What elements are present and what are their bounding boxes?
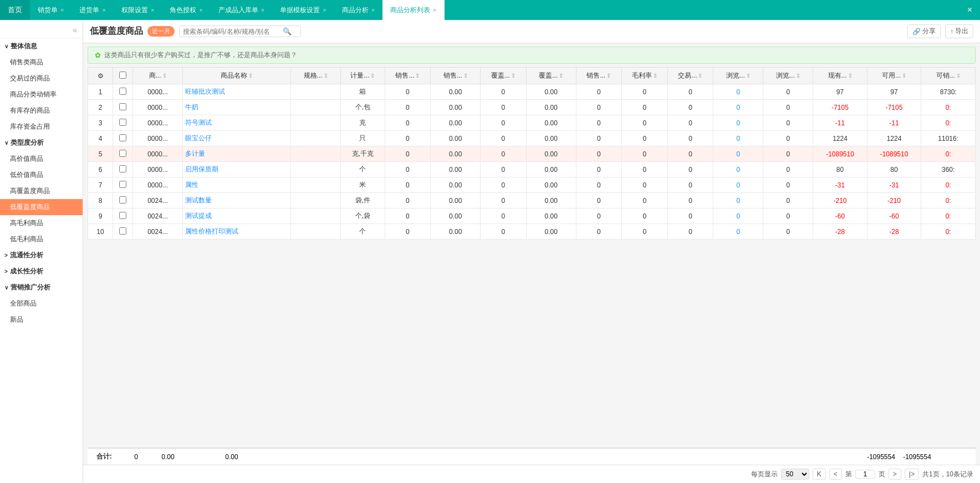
row-name[interactable]: 多计量 xyxy=(183,146,291,162)
sidebar-section-flow[interactable]: > 流通性分析 xyxy=(0,247,83,263)
row-avail: -60 xyxy=(867,209,921,224)
row-checkbox[interactable] xyxy=(113,84,133,100)
close-role-tab[interactable]: × xyxy=(199,7,202,13)
col-trade: 交易...⇕ xyxy=(667,68,713,84)
row-browse1[interactable]: 0 xyxy=(713,224,763,240)
row-name[interactable]: 眼宝公仔 xyxy=(183,131,291,146)
row-browse1[interactable]: 0 xyxy=(713,84,763,100)
sidebar-item-capital[interactable]: 库存资金占用 xyxy=(0,119,83,135)
sidebar-section-growth[interactable]: > 成长性分析 xyxy=(0,263,83,279)
close-product-analysis-list-tab[interactable]: × xyxy=(433,7,436,13)
row-checkbox[interactable] xyxy=(113,162,133,177)
row-browse1[interactable]: 0 xyxy=(713,193,763,209)
sidebar-section-overall[interactable]: ∨ 整体信息 xyxy=(0,38,83,54)
sidebar-item-has-stock[interactable]: 有库存的商品 xyxy=(0,103,83,119)
sidebar-item-all-products[interactable]: 全部商品 xyxy=(0,296,83,312)
sidebar-collapse-icon[interactable]: « xyxy=(70,24,79,35)
row-select-checkbox[interactable] xyxy=(119,150,126,157)
export-button[interactable]: ↑ 导出 xyxy=(945,24,973,38)
close-permission-tab[interactable]: × xyxy=(151,7,154,13)
row-checkbox[interactable] xyxy=(113,100,133,115)
col-settings[interactable]: ⚙ xyxy=(88,68,113,84)
nav-product-analysis-list[interactable]: 商品分析列表 × xyxy=(382,0,444,20)
row-browse1[interactable]: 0 xyxy=(713,209,763,224)
nav-purchase[interactable]: 进货单 × xyxy=(72,0,113,20)
row-name[interactable]: 测试提成 xyxy=(183,209,291,224)
row-select-checkbox[interactable] xyxy=(119,165,126,172)
sidebar-section-type[interactable]: ∨ 类型度分析 xyxy=(0,135,83,151)
sidebar-item-sales-products[interactable]: 销售类商品 xyxy=(0,54,83,70)
sidebar-item-high-profit[interactable]: 高毛利商品 xyxy=(0,215,83,231)
next-page-button[interactable]: > xyxy=(889,469,901,480)
row-browse1[interactable]: 0 xyxy=(713,146,763,162)
share-button[interactable]: 🔗 分享 xyxy=(907,24,941,38)
row-select-checkbox[interactable] xyxy=(119,103,126,110)
select-all-checkbox[interactable] xyxy=(119,72,126,79)
row-select-checkbox[interactable] xyxy=(119,181,126,188)
row-name[interactable]: 符号测试 xyxy=(183,115,291,131)
row-checkbox[interactable] xyxy=(113,177,133,193)
row-checkbox[interactable] xyxy=(113,224,133,240)
first-page-button[interactable]: K xyxy=(813,469,826,480)
search-input[interactable] xyxy=(183,28,283,35)
nav-role[interactable]: 角色授权 × xyxy=(162,0,210,20)
last-page-button[interactable]: |> xyxy=(905,469,919,480)
row-select-checkbox[interactable] xyxy=(119,196,126,204)
sort-icon-sellable: ⇕ xyxy=(956,73,961,79)
row-name[interactable]: 测试数量 xyxy=(183,193,291,209)
sidebar-item-high-coverage[interactable]: 高覆盖度商品 xyxy=(0,183,83,199)
page-title: 低覆盖度商品 xyxy=(90,26,143,37)
page-input[interactable] xyxy=(855,470,875,479)
sidebar-item-low-value[interactable]: 低价值商品 xyxy=(0,167,83,183)
row-code: 0000... xyxy=(133,115,183,131)
row-select-checkbox[interactable] xyxy=(119,227,126,235)
row-name[interactable]: 属性 xyxy=(183,177,291,193)
sidebar-item-low-profit[interactable]: 低毛利商品 xyxy=(0,231,83,247)
row-checkbox[interactable] xyxy=(113,131,133,146)
row-checkbox[interactable] xyxy=(113,146,133,162)
row-name[interactable]: 牛奶 xyxy=(183,100,291,115)
nav-permission[interactable]: 权限设置 × xyxy=(114,0,162,20)
row-browse1[interactable]: 0 xyxy=(713,115,763,131)
row-trade: 0 xyxy=(667,162,713,177)
close-production-tab[interactable]: × xyxy=(261,7,264,13)
close-template-tab[interactable]: × xyxy=(323,7,326,13)
row-checkbox[interactable] xyxy=(113,115,133,131)
row-sales3: 0 xyxy=(576,224,622,240)
row-select-checkbox[interactable] xyxy=(119,212,126,219)
row-name[interactable]: 旺辅批次测试 xyxy=(183,84,291,100)
row-browse1[interactable]: 0 xyxy=(713,131,763,146)
sidebar-section-marketing[interactable]: ∨ 营销推广分析 xyxy=(0,279,83,296)
row-select-checkbox[interactable] xyxy=(119,134,126,141)
close-purchase-tab[interactable]: × xyxy=(102,7,105,13)
arrow-icon: ∨ xyxy=(4,43,8,49)
row-checkbox[interactable] xyxy=(113,193,133,209)
row-name[interactable]: 启用保质期 xyxy=(183,162,291,177)
nav-production[interactable]: 产成品入库单 × xyxy=(211,0,272,20)
row-browse1[interactable]: 0 xyxy=(713,100,763,115)
row-name[interactable]: 属性价格打印测试 xyxy=(183,224,291,240)
row-browse1[interactable]: 0 xyxy=(713,162,763,177)
sort-icon-cover2: ⇕ xyxy=(559,73,563,79)
page-size-select[interactable]: 50 20 100 xyxy=(781,469,809,480)
row-cover2: 0.00 xyxy=(526,146,576,162)
row-profit: 0 xyxy=(622,162,668,177)
nav-template[interactable]: 单据模板设置 × xyxy=(272,0,334,20)
row-checkbox[interactable] xyxy=(113,209,133,224)
row-browse1[interactable]: 0 xyxy=(713,177,763,193)
sidebar-item-low-coverage[interactable]: 低覆盖度商品 xyxy=(0,199,83,215)
sidebar-item-category-rate[interactable]: 商品分类动销率 xyxy=(0,87,83,103)
close-sales-tab[interactable]: × xyxy=(60,7,64,13)
row-select-checkbox[interactable] xyxy=(119,88,126,95)
nav-sales[interactable]: 销货单 × xyxy=(30,0,72,20)
row-select-checkbox[interactable] xyxy=(119,119,126,126)
sidebar-item-traded[interactable]: 交易过的商品 xyxy=(0,70,83,87)
nav-home[interactable]: 首页 xyxy=(0,0,30,20)
time-badge[interactable]: 近一月 xyxy=(147,26,175,37)
sidebar-item-new-products[interactable]: 新品 xyxy=(0,312,83,328)
prev-page-button[interactable]: < xyxy=(829,469,842,480)
window-close-button[interactable]: × xyxy=(959,0,980,20)
nav-product-analysis[interactable]: 商品分析 × xyxy=(334,0,382,20)
close-product-analysis-tab[interactable]: × xyxy=(371,7,375,13)
sidebar-item-high-value[interactable]: 高价值商品 xyxy=(0,151,83,167)
